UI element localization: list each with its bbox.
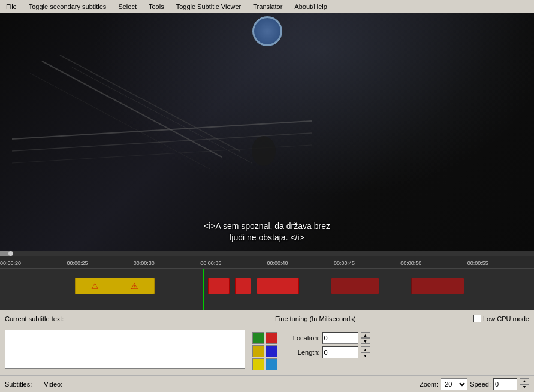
ruler-label-30: 00:00:30 bbox=[134, 260, 155, 266]
low-cpu-checkbox-wrapper[interactable]: Low CPU mode bbox=[473, 315, 529, 322]
ruler-label-50: 00:00:50 bbox=[400, 260, 421, 266]
bottom-top-row: Current subtitle text: Fine tuning (In M… bbox=[0, 310, 534, 327]
subtitle-block-yellow[interactable]: ⚠ ⚠ bbox=[75, 278, 155, 294]
subtitle-block-red3[interactable] bbox=[257, 278, 299, 294]
subtitle-text-section bbox=[5, 330, 245, 373]
video-area: <i>A sem spoznal, da država brez ljudi n… bbox=[0, 13, 534, 256]
location-label: Location: bbox=[287, 334, 320, 342]
color-btn-green[interactable] bbox=[252, 332, 264, 344]
color-btn-red[interactable] bbox=[266, 332, 277, 344]
bottom-panel: Current subtitle text: Fine tuning (In M… bbox=[0, 310, 534, 392]
location-spin-down[interactable]: ▼ bbox=[361, 338, 370, 344]
subtitle-block-darkred1[interactable] bbox=[331, 278, 379, 294]
video-content-lines bbox=[12, 49, 312, 169]
menu-tools[interactable]: Tools bbox=[145, 2, 168, 11]
subtitles-label: Subtitles: bbox=[5, 381, 32, 388]
bottom-status-row: Subtitles: Video: Zoom: 20 40 60 80 100 … bbox=[0, 375, 534, 392]
ruler-label-40: 00:00:40 bbox=[267, 260, 288, 266]
ruler-label-20: 00:00:20 bbox=[0, 260, 21, 266]
length-input[interactable] bbox=[322, 346, 358, 358]
svg-line-0 bbox=[42, 61, 222, 157]
video-progress-handle[interactable] bbox=[8, 251, 13, 256]
subtitle-block-red1[interactable] bbox=[208, 278, 230, 294]
color-buttons-section bbox=[250, 330, 280, 373]
location-row: Location: ▲ ▼ bbox=[287, 332, 527, 344]
ruler-label-45: 00:00:45 bbox=[334, 260, 355, 266]
video-logo bbox=[252, 16, 282, 46]
subtitle-line1: <i>A sem spoznal, da država brez bbox=[204, 221, 330, 233]
video-label: Video: bbox=[44, 381, 62, 388]
timeline-ticks bbox=[0, 301, 534, 310]
zoom-label: Zoom: bbox=[420, 381, 438, 388]
length-spin-down[interactable]: ▼ bbox=[361, 352, 370, 358]
svg-line-2 bbox=[72, 67, 252, 163]
bottom-main: Location: ▲ ▼ Length: ▲ ▼ bbox=[0, 327, 534, 375]
timeline-area[interactable]: 00:00:20 00:00:25 00:00:30 00:00:35 00:0… bbox=[0, 256, 534, 310]
speed-spin-up[interactable]: ▲ bbox=[520, 378, 529, 384]
timeline-tracks[interactable]: ⚠ ⚠ ⚠ ⚠ bbox=[0, 268, 534, 310]
menu-toggle-viewer[interactable]: Toggle Subtitle Viewer bbox=[173, 2, 245, 11]
svg-line-1 bbox=[60, 55, 240, 151]
low-cpu-checkbox[interactable] bbox=[473, 315, 481, 322]
ruler-label-55: 00:00:55 bbox=[467, 260, 488, 266]
ruler-label-35: 00:00:35 bbox=[200, 260, 221, 266]
length-spinner: ▲ ▼ bbox=[361, 346, 370, 358]
menu-file[interactable]: File bbox=[2, 2, 20, 11]
subtitle-text-input[interactable] bbox=[5, 330, 245, 369]
length-row: Length: ▲ ▼ bbox=[287, 346, 527, 358]
playhead[interactable] bbox=[203, 269, 204, 310]
fine-tuning-section: Location: ▲ ▼ Length: ▲ ▼ bbox=[285, 330, 530, 373]
speed-spin-down[interactable]: ▼ bbox=[520, 384, 529, 390]
fine-tuning-label: Fine tuning (In Miliseconds) bbox=[275, 315, 356, 322]
location-spinner: ▲ ▼ bbox=[361, 332, 370, 344]
location-input[interactable] bbox=[322, 332, 358, 344]
menu-select[interactable]: Select bbox=[114, 2, 140, 11]
zoom-select[interactable]: 20 40 60 80 100 bbox=[441, 378, 467, 390]
color-btn-yellow[interactable] bbox=[252, 345, 264, 357]
color-btn-bright-yellow[interactable] bbox=[252, 358, 264, 370]
speed-spinner: ▲ ▼ bbox=[520, 378, 529, 390]
subtitle-line2: ljudi ne obstaja. </i> bbox=[204, 232, 330, 244]
color-btn-blue[interactable] bbox=[266, 345, 277, 357]
location-spin-up[interactable]: ▲ bbox=[361, 332, 370, 338]
color-btn-light-blue[interactable] bbox=[266, 358, 277, 370]
timeline-ruler: 00:00:20 00:00:25 00:00:30 00:00:35 00:0… bbox=[0, 256, 534, 268]
speed-input[interactable] bbox=[493, 378, 517, 390]
subtitle-block-darkred2[interactable] bbox=[411, 278, 464, 294]
svg-point-7 bbox=[252, 136, 276, 166]
menu-about[interactable]: About/Help bbox=[291, 2, 330, 11]
length-label: Length: bbox=[287, 349, 320, 356]
svg-line-4 bbox=[12, 121, 312, 139]
menu-translator[interactable]: Translator bbox=[249, 2, 286, 11]
video-background: <i>A sem spoznal, da država brez ljudi n… bbox=[0, 13, 534, 256]
subtitle-block-red2[interactable] bbox=[235, 278, 251, 294]
video-progress-bar[interactable] bbox=[0, 251, 534, 256]
ruler-label-25: 00:00:25 bbox=[67, 260, 88, 266]
subtitle-overlay: <i>A sem spoznal, da država brez ljudi n… bbox=[204, 221, 330, 244]
current-subtitle-label: Current subtitle text: bbox=[5, 315, 64, 322]
menu-toggle-secondary[interactable]: Toggle secondary subtitles bbox=[25, 2, 110, 11]
speed-label: Speed: bbox=[470, 381, 491, 388]
length-spin-up[interactable]: ▲ bbox=[361, 346, 370, 352]
ruler-tick-container: 00:00:20 00:00:25 00:00:30 00:00:35 00:0… bbox=[0, 256, 534, 268]
menu-bar: File Toggle secondary subtitles Select T… bbox=[0, 0, 534, 13]
zoom-speed-group: Zoom: 20 40 60 80 100 Speed: ▲ ▼ bbox=[420, 378, 529, 390]
low-cpu-label: Low CPU mode bbox=[483, 315, 529, 322]
